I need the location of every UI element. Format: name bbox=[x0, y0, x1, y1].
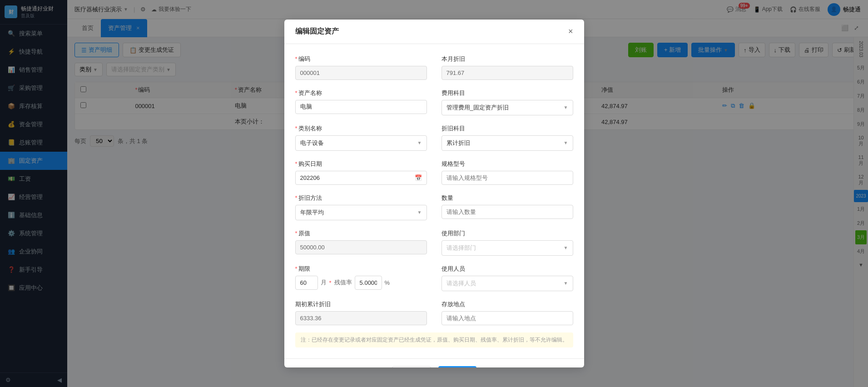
form-item-expense-subject: 费用科目 管理费用_固定资产折旧 ▼ bbox=[441, 89, 573, 115]
location-label: 存放地点 bbox=[441, 300, 573, 308]
residual-rate-input[interactable] bbox=[355, 276, 382, 290]
modal-overlay: 编辑固定资产 × * 编码 本月折旧 bbox=[0, 0, 868, 387]
expense-subject-select[interactable]: 管理费用_固定资产折旧 ▼ bbox=[441, 100, 573, 115]
chevron-down-icon: ▼ bbox=[564, 140, 568, 145]
department-select[interactable]: 请选择部门 ▼ bbox=[441, 240, 573, 256]
form-item-initial-dep: 期初累计折旧 bbox=[295, 300, 427, 325]
modal-title: 编辑固定资产 bbox=[295, 27, 339, 36]
form-item-purchase-date: * 购买日期 202206 📅 bbox=[295, 160, 427, 185]
category-label: * 类别名称 bbox=[295, 124, 427, 133]
save-button[interactable]: 保存 bbox=[438, 366, 476, 368]
monthly-dep-input bbox=[441, 66, 573, 80]
code-label: * 编码 bbox=[295, 55, 427, 63]
purchase-date-picker[interactable]: 202206 📅 bbox=[295, 171, 427, 185]
dep-method-label: * 折旧方法 bbox=[295, 194, 427, 202]
modal-close-icon[interactable]: × bbox=[568, 27, 573, 36]
form-item-department: 使用部门 请选择部门 ▼ bbox=[441, 229, 573, 256]
initial-dep-input bbox=[295, 311, 427, 325]
spec-model-label: 规格型号 bbox=[441, 160, 573, 168]
expense-subject-label: 费用科目 bbox=[441, 89, 573, 97]
monthly-dep-label: 本月折旧 bbox=[441, 55, 573, 63]
calendar-icon: 📅 bbox=[415, 174, 422, 181]
asset-name-input[interactable] bbox=[295, 100, 427, 114]
dep-subject-label: 折旧科目 bbox=[441, 124, 573, 133]
purchase-date-label: * 购买日期 bbox=[295, 160, 427, 168]
spec-model-input[interactable] bbox=[441, 171, 573, 185]
initial-dep-label: 期初累计折旧 bbox=[295, 300, 427, 308]
category-select[interactable]: 电子设备 ▼ bbox=[295, 135, 427, 151]
form-item-period: * 期限 月 * 残值率 % bbox=[295, 265, 427, 291]
person-select[interactable]: 请选择人员 ▼ bbox=[441, 276, 573, 291]
period-input[interactable] bbox=[295, 276, 318, 290]
form-item-spec-model: 规格型号 bbox=[441, 160, 573, 185]
location-input[interactable] bbox=[441, 311, 573, 325]
residual-rate-unit: % bbox=[385, 279, 390, 286]
chevron-down-icon: ▼ bbox=[417, 210, 422, 215]
dep-method-select[interactable]: 年限平均 ▼ bbox=[295, 205, 427, 220]
form-item-quantity: 数量 bbox=[441, 194, 573, 220]
chevron-down-icon: ▼ bbox=[564, 245, 568, 250]
asset-name-label: * 资产名称 bbox=[295, 89, 427, 97]
code-input[interactable] bbox=[295, 66, 427, 80]
cancel-button[interactable]: 取消 bbox=[392, 366, 431, 368]
quantity-input[interactable] bbox=[441, 205, 573, 219]
period-residual-group: 月 * 残值率 % bbox=[295, 276, 427, 290]
chevron-down-icon: ▼ bbox=[417, 140, 422, 145]
original-value-input[interactable] bbox=[295, 240, 427, 254]
modal-body: * 编码 本月折旧 * 资产名称 bbox=[284, 44, 584, 358]
form-item-location: 存放地点 bbox=[441, 300, 573, 325]
form-item-dep-subject: 折旧科目 累计折旧 ▼ bbox=[441, 124, 573, 151]
residual-rate-label: 残值率 bbox=[334, 278, 352, 287]
form-item-asset-name: * 资产名称 bbox=[295, 89, 427, 115]
period-label: * 期限 bbox=[295, 265, 427, 273]
period-unit: 月 bbox=[321, 278, 327, 287]
person-label: 使用人员 bbox=[441, 265, 573, 273]
modal-note: 注：已经存在变更记录或者对应固定资产已经生成凭证，原值、购买日期、残值率、累计折… bbox=[295, 332, 573, 347]
form-grid: * 编码 本月折旧 * 资产名称 bbox=[295, 55, 573, 325]
form-item-monthly-dep: 本月折旧 bbox=[441, 55, 573, 80]
modal-footer: 取消 保存 bbox=[284, 358, 584, 368]
form-item-person: 使用人员 请选择人员 ▼ bbox=[441, 265, 573, 291]
modal-header: 编辑固定资产 × bbox=[284, 20, 584, 44]
edit-asset-modal: 编辑固定资产 × * 编码 本月折旧 bbox=[284, 20, 584, 368]
form-item-dep-method: * 折旧方法 年限平均 ▼ bbox=[295, 194, 427, 220]
form-item-category: * 类别名称 电子设备 ▼ bbox=[295, 124, 427, 151]
department-label: 使用部门 bbox=[441, 229, 573, 238]
form-item-original-value: * 原值 bbox=[295, 229, 427, 256]
chevron-down-icon: ▼ bbox=[564, 281, 568, 286]
quantity-label: 数量 bbox=[441, 194, 573, 202]
form-item-code: * 编码 bbox=[295, 55, 427, 80]
residual-rate-star: * bbox=[329, 279, 332, 286]
original-value-label: * 原值 bbox=[295, 229, 427, 238]
dep-subject-select[interactable]: 累计折旧 ▼ bbox=[441, 135, 573, 151]
chevron-down-icon: ▼ bbox=[564, 105, 568, 110]
